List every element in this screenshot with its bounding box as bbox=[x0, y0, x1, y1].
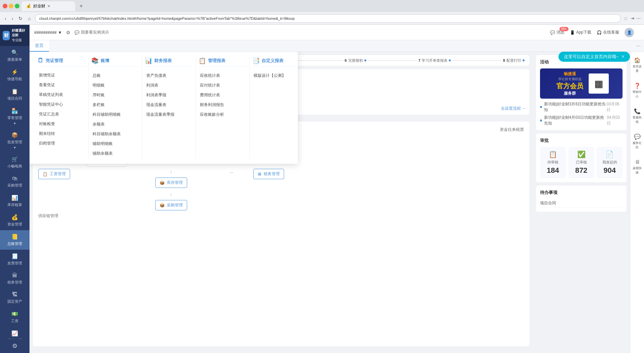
menu-item-profit-report[interactable]: 财务利润报告 bbox=[199, 100, 247, 110]
approval-pending[interactable]: 📋 待审核 184 bbox=[540, 147, 566, 178]
sidebar-item-general-ledger[interactable]: 📒 总账管理 bbox=[0, 230, 30, 250]
approval-initiated[interactable]: 📄 我发起的 904 bbox=[597, 147, 623, 178]
sidebar-item-operations[interactable]: 📈 经营管理 bbox=[0, 327, 30, 339]
new-tab-button[interactable]: + bbox=[76, 1, 86, 11]
expand-icon: ▼ bbox=[13, 146, 16, 149]
menu-item-aux-detail[interactable]: 辅助明细账 bbox=[91, 139, 139, 149]
menu-item-receivable[interactable]: 应收统计表 bbox=[199, 71, 247, 81]
step-8[interactable]: 8 配置打印 bbox=[503, 58, 525, 63]
browser-tab-active[interactable]: 💰 好业财 ✕ bbox=[21, 1, 75, 11]
user-avatar[interactable]: 👤 bbox=[625, 28, 634, 37]
window-min-button[interactable] bbox=[9, 4, 13, 8]
menu-item-aging[interactable]: 应收账龄分析 bbox=[199, 110, 247, 119]
menu-item-smart-voucher[interactable]: 智能凭证中心 bbox=[38, 100, 86, 109]
flow-tax[interactable]: 🏛 税务管理 bbox=[253, 169, 284, 179]
header-settings-icon[interactable]: ⚙ bbox=[66, 30, 70, 35]
menu-item-detail[interactable]: 明细账 bbox=[91, 81, 139, 90]
tab-home[interactable]: 首页 bbox=[30, 40, 49, 52]
menu-item-chronological[interactable]: 序时账 bbox=[91, 90, 139, 100]
company-selector[interactable]: ########## ▼ bbox=[34, 30, 62, 35]
menu-item-subject-balance[interactable]: 科目辅助余额表 bbox=[91, 129, 139, 139]
refresh-button[interactable]: ↻ bbox=[17, 14, 24, 22]
online-service-button[interactable]: 🎧 在线客服 bbox=[597, 30, 619, 35]
menu-item-payable[interactable]: 应付统计表 bbox=[199, 81, 247, 90]
ext-icon-2[interactable]: ⋯ bbox=[636, 16, 641, 21]
sidebar-item-purchase[interactable]: 🛍 采购管理 bbox=[0, 172, 30, 191]
app-download-button[interactable]: 📱 App下载 bbox=[570, 30, 591, 35]
menu-item-new-voucher[interactable]: 新增凭证 bbox=[38, 70, 86, 80]
rs-item-help[interactable]: ❓ 帮助中心 bbox=[630, 81, 644, 101]
approval-done[interactable]: ✅ 已审核 872 bbox=[569, 147, 594, 178]
menu-item-subject-detail[interactable]: 科目辅助明细账 bbox=[91, 110, 139, 119]
logo-icon: 财 bbox=[3, 31, 10, 40]
window-close-button[interactable] bbox=[3, 4, 7, 8]
menu-item-reconcile[interactable]: 对账检查 bbox=[38, 119, 86, 129]
step-6[interactable]: 6 完善期初 bbox=[345, 58, 366, 63]
menu-item-view-voucher[interactable]: 查看凭证 bbox=[38, 80, 86, 90]
rs-item-community[interactable]: 💬 服务社区 bbox=[630, 132, 644, 152]
menu-item-general[interactable]: 总账 bbox=[91, 71, 139, 81]
forward-button[interactable]: › bbox=[10, 14, 15, 22]
menu-col-financial: 📊 财务报表 资产负债表 利润表 利润表季报 现金流量表 现金流量表季报 bbox=[142, 57, 196, 158]
done-count: 872 bbox=[575, 166, 588, 175]
menu-item-income-q[interactable]: 利润表季报 bbox=[145, 90, 193, 100]
expand-icon: ▼ bbox=[13, 122, 16, 125]
arrow-down-1: ↓ bbox=[170, 169, 172, 174]
demo-button[interactable]: 💬 我要看实例演示 bbox=[74, 30, 109, 35]
initiated-label: 我发起的 bbox=[602, 160, 617, 165]
address-bar[interactable]: cloud.chanjet.com/cc/u6d89qwnryel/57bfsk… bbox=[35, 14, 621, 23]
home-button[interactable]: ⌂ bbox=[26, 14, 32, 22]
activity-item-2[interactable]: 新功能|好业财4月03日功能更新抢先知 04月03日 bbox=[540, 115, 623, 126]
rs-item-hotline[interactable]: 📞 客服热线 bbox=[630, 106, 644, 126]
custom-menu-title: 自定义报表 bbox=[262, 58, 283, 64]
bookmark-button[interactable]: ☆ bbox=[624, 16, 628, 21]
sidebar-item-invoice[interactable]: 🧾 发票管理 bbox=[0, 250, 30, 269]
tab-close-button[interactable]: ✕ bbox=[47, 4, 50, 8]
sidebar-item-search[interactable]: 🔍 搜索菜单 bbox=[0, 46, 30, 65]
menu-item-income[interactable]: 利润表 bbox=[145, 81, 193, 90]
sidebar-item-quick-nav[interactable]: ⚡ 快捷导航 bbox=[0, 65, 30, 85]
menu-item-balance-sheet[interactable]: 资产负债表 bbox=[145, 71, 193, 81]
back-button[interactable]: ‹ bbox=[3, 14, 8, 22]
activity-dot-2 bbox=[540, 119, 542, 121]
sidebar-item-retail[interactable]: 🏪 零售管理 ▼ bbox=[0, 104, 30, 129]
rs-item-home-settings[interactable]: 🏠 首页设置 bbox=[630, 55, 644, 75]
sidebar-item-salary[interactable]: 💵 工资 bbox=[0, 307, 30, 327]
message-button[interactable]: 💬 消息 99+ bbox=[550, 30, 565, 35]
sidebar-item-inventory[interactable]: 📊 库存核算 bbox=[0, 191, 30, 211]
tab-expand-button[interactable]: ⋯ bbox=[633, 43, 644, 48]
menu-item-aux-balance[interactable]: 辅助余额表 bbox=[91, 149, 139, 158]
sidebar-item-fixed-assets[interactable]: 🏗 固定资产 bbox=[0, 288, 30, 307]
todo-item-1[interactable]: 项目合同 bbox=[540, 199, 623, 208]
tooltip-close-button[interactable]: × bbox=[622, 54, 625, 60]
step-dot-8 bbox=[523, 59, 525, 61]
menu-item-period-close[interactable]: 期末结转 bbox=[38, 129, 86, 139]
window-max-button[interactable] bbox=[15, 4, 19, 8]
menu-item-cashflow-q[interactable]: 现金流量表季报 bbox=[145, 110, 193, 119]
menu-item-template-design[interactable]: 模版设计【公测】 bbox=[252, 71, 301, 81]
activity-banner[interactable]: 畅捷通 享社群专属权益 官方会员 服务群 ▦ bbox=[540, 68, 623, 99]
menu-item-voucher-summary[interactable]: 凭证汇总表 bbox=[38, 109, 86, 119]
company-name: ########## bbox=[34, 30, 57, 35]
step-line-7 bbox=[453, 60, 501, 61]
sidebar-item-ecommerce[interactable]: 🛒 小畅电商 bbox=[0, 153, 30, 172]
step-7[interactable]: 7 学习开单查报表 bbox=[418, 58, 451, 63]
sidebar-item-project[interactable]: 📋 项目合同 bbox=[0, 85, 30, 104]
menu-item-multi-col[interactable]: 多栏账 bbox=[91, 100, 139, 110]
menu-item-balance[interactable]: 余额表 bbox=[91, 119, 139, 129]
flow-purchase[interactable]: 📦 采购管理 bbox=[155, 200, 187, 210]
flow-salary[interactable]: 📋 工资管理 bbox=[38, 169, 70, 179]
rs-item-desktop[interactable]: 🖥 桌面快捷 bbox=[630, 157, 644, 177]
menu-item-cashflow[interactable]: 现金流量表 bbox=[145, 100, 193, 110]
ext-icon-1[interactable]: ⇥ bbox=[631, 16, 634, 21]
sidebar-item-wholesale[interactable]: 📦 批发管理 ▼ bbox=[0, 129, 30, 153]
sidebar-item-capital[interactable]: 💰 资金管理 bbox=[0, 211, 30, 230]
sidebar-item-tax[interactable]: 🏛 税务管理 bbox=[0, 269, 30, 288]
menu-item-draft-voucher[interactable]: 草稿凭证列表 bbox=[38, 90, 86, 100]
activity-item-1[interactable]: 新功能|好业财3月6日功能更新抢先知 03月06日 bbox=[540, 101, 623, 113]
purchase-label: 采购管理 bbox=[167, 202, 183, 208]
menu-item-expense[interactable]: 费用统计表 bbox=[199, 90, 247, 100]
flow-inventory[interactable]: 📦 库存管理 bbox=[155, 178, 187, 188]
menu-item-archive[interactable]: 归档管理 bbox=[38, 139, 86, 148]
sidebar-settings[interactable]: ⚙ bbox=[0, 339, 30, 353]
